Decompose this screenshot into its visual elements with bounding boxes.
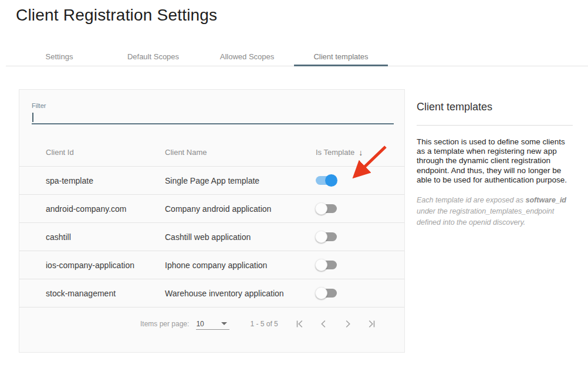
cell-client-id: ios-company-application (19, 261, 165, 270)
help-panel-description: This section is used to define some clie… (417, 137, 573, 185)
help-panel-title: Client templates (417, 101, 573, 113)
page-title: Client Registration Settings (16, 6, 217, 25)
column-header-client-id: Client Id (19, 148, 165, 157)
toggle-thumb (315, 231, 327, 243)
cell-client-id: cashtill (19, 232, 165, 242)
client-templates-table: Client Id Client Name Is Template ↓ spa-… (19, 138, 404, 307)
cell-client-name: Warehouse inventory application (165, 289, 316, 298)
cell-client-name: Company android application (165, 204, 316, 214)
chevron-right-icon (341, 317, 354, 330)
paginator-nav (293, 317, 378, 331)
table-row: cashtill Cashtill web application (19, 223, 404, 251)
note-prefix: Each template id are exposed as (417, 196, 526, 204)
client-templates-help-panel: Client templates This section is used to… (417, 101, 573, 228)
paginator: Items per page: 10 1 - 5 of 5 (19, 307, 404, 340)
toggle-thumb (315, 202, 327, 215)
last-page-icon (364, 317, 377, 330)
last-page-button[interactable] (364, 317, 378, 331)
toggle-thumb (315, 259, 327, 271)
tab-allowed-scopes[interactable]: Allowed Scopes (200, 46, 294, 66)
tab-client-templates[interactable]: Client templates (294, 46, 388, 66)
text-caret (32, 113, 33, 122)
toggle-thumb (315, 287, 327, 299)
help-panel-divider (417, 125, 573, 126)
is-template-toggle[interactable] (316, 289, 337, 298)
cell-client-id: spa-template (19, 176, 165, 185)
filter-label: Filter (32, 102, 46, 109)
help-panel-note: Each template id are exposed as software… (417, 195, 573, 228)
next-page-button[interactable] (340, 317, 354, 331)
table-row: spa-template Single Page App template (19, 167, 404, 195)
cell-client-name: Single Page App template (165, 176, 316, 185)
first-page-button[interactable] (293, 317, 307, 331)
is-template-toggle[interactable] (316, 232, 337, 241)
is-template-toggle[interactable] (316, 176, 337, 185)
chevron-left-icon (317, 317, 330, 330)
page-size-select[interactable]: 10 (196, 318, 229, 330)
cell-client-name: Cashtill web application (165, 232, 316, 242)
cell-client-name: Iphone company application (165, 261, 316, 270)
filter-input[interactable] (32, 111, 394, 124)
note-software-id: software_id (526, 196, 566, 204)
previous-page-button[interactable] (317, 317, 331, 331)
page-size-value: 10 (196, 320, 204, 328)
cell-client-id: android-company.com (19, 204, 165, 214)
items-per-page-label: Items per page: (140, 320, 189, 328)
column-header-client-name: Client Name (165, 148, 316, 157)
table-header-row: Client Id Client Name Is Template ↓ (19, 138, 404, 167)
tab-default-scopes[interactable]: Default Scopes (106, 46, 200, 66)
dropdown-arrow-icon (221, 322, 227, 325)
page-range-label: 1 - 5 of 5 (250, 320, 278, 328)
table-row: android-company.com Company android appl… (19, 195, 404, 223)
column-header-is-template-label: Is Template (316, 148, 354, 157)
table-row: stock-management Warehouse inventory app… (19, 279, 404, 307)
toggle-thumb (325, 174, 337, 187)
tab-settings[interactable]: Settings (12, 46, 106, 66)
note-suffix: under the registration_templates_endpoin… (417, 207, 554, 227)
is-template-toggle[interactable] (316, 261, 337, 269)
cell-client-id: stock-management (19, 289, 165, 298)
tab-bar: Settings Default Scopes Allowed Scopes C… (6, 46, 588, 66)
client-templates-card: Filter Client Id Client Name Is Template… (19, 89, 405, 353)
first-page-icon (294, 317, 307, 330)
sort-descending-icon: ↓ (359, 148, 363, 157)
is-template-toggle[interactable] (316, 204, 337, 213)
column-header-is-template[interactable]: Is Template ↓ (316, 148, 404, 157)
table-row: ios-company-application Iphone company a… (19, 251, 404, 279)
